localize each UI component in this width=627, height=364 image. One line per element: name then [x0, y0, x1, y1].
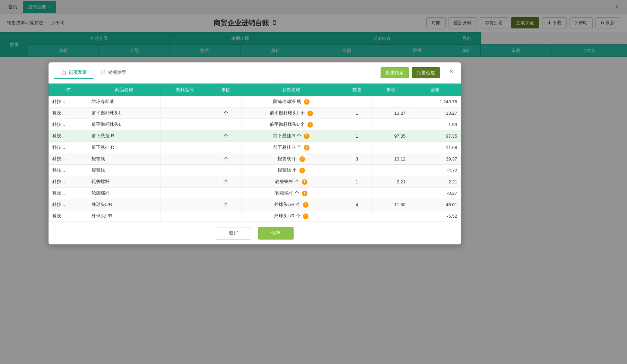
cell-spec: [160, 153, 210, 165]
col-amount: 金额: [409, 84, 461, 96]
cell-quantity: [341, 210, 373, 222]
cell-amount: -1.59: [409, 119, 461, 130]
modal-actions: 批量指定 批量创建 ×: [381, 67, 455, 78]
cell-product: 前下悬挂 R: [88, 142, 160, 153]
cell-quantity: [341, 165, 373, 176]
cell-spec: [160, 210, 210, 222]
cell-unit-price: 13.12: [373, 153, 409, 165]
cell-product: 报警线: [88, 165, 160, 176]
warning-icon: !: [302, 179, 307, 185]
col-unit: 单位: [210, 84, 242, 96]
warning-icon: !: [299, 156, 305, 162]
cell-amount: -11.68: [409, 142, 461, 153]
warning-icon: !: [303, 202, 308, 208]
cancel-button[interactable]: 取消: [216, 227, 251, 240]
cell-inventory: 报警线 个 !: [242, 165, 341, 176]
col-price: 单价: [373, 84, 409, 96]
table-row[interactable]: 科技... 外球头L/R 外球头L/R 个 ! -5.52: [49, 210, 461, 222]
cell-unit-price: 97.35: [373, 130, 409, 142]
cell-unit: [210, 142, 242, 153]
cell-amount: 39.37: [409, 153, 461, 165]
modal-close-button[interactable]: ×: [447, 67, 455, 76]
cell-amount: -1,243.76: [409, 96, 461, 107]
cell-unit-price: [373, 165, 409, 176]
cell-inventory: 轮毂螺杆 个 !: [242, 176, 341, 188]
cell-company: 科技...: [49, 107, 88, 119]
table-row[interactable]: 科技... 轮毂螺杆 个 轮毂螺杆 个 ! 1 2.21 2.21: [49, 176, 461, 188]
cell-company: 科技...: [49, 130, 88, 142]
cell-product: 外球头L/R: [88, 210, 160, 222]
col-company: 你: [49, 84, 88, 96]
cell-unit-price: 11.50: [373, 199, 409, 210]
cell-product: 报警线: [88, 153, 160, 165]
cell-inventory: 外球头L/R 个 !: [242, 199, 341, 210]
cell-unit-price: [373, 210, 409, 222]
invoice-table: 你 商品名称 规格型号 单位 存货名称 数量 单价 金额 科技... 防冻冷却液…: [49, 84, 461, 222]
cell-unit: 个: [210, 153, 242, 165]
cell-inventory: 轮毂螺杆 个 !: [242, 188, 341, 199]
cell-unit: 个: [210, 199, 242, 210]
cell-unit-price: [373, 96, 409, 107]
table-row[interactable]: 科技... 前下悬挂 R 个 前下悬挂 R 个 ! 1 97.35 97.35: [49, 130, 461, 142]
cell-inventory: 前平衡杆球头L 个 !: [242, 119, 341, 130]
warning-icon: !: [303, 214, 308, 219]
cell-unit: [210, 188, 242, 199]
table-row[interactable]: 科技... 前平衡杆球头L 个 前平衡杆球头L 个 ! 1 13.27 13.2…: [49, 107, 461, 119]
table-row[interactable]: 科技... 报警线 报警线 个 ! -4.72: [49, 165, 461, 176]
cell-amount: 2.21: [409, 176, 461, 188]
table-row[interactable]: 科技... 外球头L/R 个 外球头L/R 个 ! 4 11.50 46.01: [49, 199, 461, 210]
cell-unit-price: 2.21: [373, 176, 409, 188]
warning-icon: !: [304, 145, 310, 150]
cell-inventory: 报警线 个 !: [242, 153, 341, 165]
cell-company: 科技...: [49, 119, 88, 130]
col-spec: 规格型号: [160, 84, 210, 96]
cell-inventory: 前下悬挂 R 个 !: [242, 130, 341, 142]
cell-unit-price: [373, 119, 409, 130]
warning-icon: !: [307, 122, 313, 128]
cell-amount: -5.52: [409, 210, 461, 222]
warning-icon: !: [302, 191, 307, 196]
cell-product: 前平衡杆球头L: [88, 107, 160, 119]
cell-quantity: [341, 119, 373, 130]
cell-product: 轮毂螺杆: [88, 188, 160, 199]
cell-spec: [160, 107, 210, 119]
cell-company: 科技...: [49, 165, 88, 176]
col-product-name: 商品名称: [88, 84, 160, 96]
cell-company: 科技...: [49, 176, 88, 188]
cell-spec: [160, 96, 210, 107]
cell-unit-price: [373, 188, 409, 199]
cell-unit: [210, 165, 242, 176]
cell-amount: -4.72: [409, 165, 461, 176]
cell-amount: -0.27: [409, 188, 461, 199]
table-row[interactable]: 科技... 前下悬挂 R 前下悬挂 R 个 ! -11.68: [49, 142, 461, 153]
table-row[interactable]: 科技... 防冻冷却液 防冻冷却液 瓶 ! -1,243.76: [49, 96, 461, 107]
cell-amount: 13.27: [409, 107, 461, 119]
cell-spec: [160, 119, 210, 130]
table-row[interactable]: 科技... 轮毂螺杆 轮毂螺杆 个 ! -0.27: [49, 188, 461, 199]
cell-product: 前平衡杆球头L: [88, 119, 160, 130]
warning-icon: !: [299, 168, 305, 173]
cell-quantity: 3: [341, 153, 373, 165]
cell-spec: [160, 130, 210, 142]
table-row[interactable]: 科技... 前平衡杆球头L 前平衡杆球头L 个 ! -1.59: [49, 119, 461, 130]
save-button[interactable]: 保存: [258, 227, 294, 240]
cell-spec: [160, 142, 210, 153]
tab-incoming-invoice[interactable]: 📋 进项发票: [54, 67, 94, 79]
modal-header: 📋 进项发票 📄 销项发票 批量指定 批量创建 ×: [49, 62, 461, 84]
cell-product: 轮毂螺杆: [88, 176, 160, 188]
warning-icon: !: [304, 133, 310, 139]
batch-assign-button[interactable]: 批量指定: [381, 67, 409, 78]
cell-amount: 97.35: [409, 130, 461, 142]
modal-dialog: 📋 进项发票 📄 销项发票 批量指定 批量创建 × 你 商品名称 规格型号 单位…: [49, 62, 461, 244]
cell-unit: [210, 119, 242, 130]
col-qty: 数量: [341, 84, 373, 96]
cell-amount: 46.01: [409, 199, 461, 210]
warning-icon: !: [304, 99, 310, 105]
cell-unit: 个: [210, 176, 242, 188]
cell-quantity: [341, 188, 373, 199]
batch-create-button[interactable]: 批量创建: [412, 67, 440, 78]
cell-unit: [210, 96, 242, 107]
tab-outgoing-invoice[interactable]: 📄 销项发票: [94, 67, 133, 79]
cell-product: 前下悬挂 R: [88, 130, 160, 142]
table-row[interactable]: 科技... 报警线 个 报警线 个 ! 3 13.12 39.37: [49, 153, 461, 165]
